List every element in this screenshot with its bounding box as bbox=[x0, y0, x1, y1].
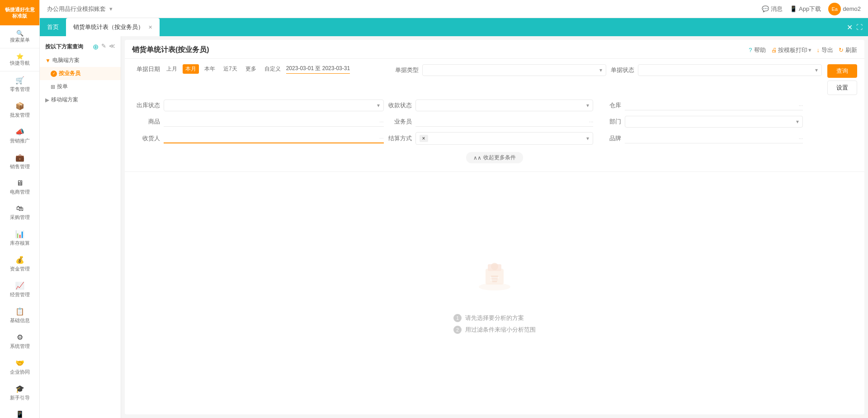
sidebar-search[interactable]: 🔍 搜索菜单 bbox=[0, 25, 39, 48]
date-btn-this-year[interactable]: 本年 bbox=[202, 64, 218, 74]
print-btn[interactable]: 🖨 按模板打印 ▾ bbox=[771, 46, 811, 54]
tab-sales-stat[interactable]: 销货单统计表（按业务员） ✕ bbox=[66, 18, 160, 36]
sidebar-item-finance[interactable]: 💰 资金管理 bbox=[0, 251, 39, 277]
date-btn-more[interactable]: 更多 bbox=[243, 64, 259, 74]
print-icon: 🖨 bbox=[771, 47, 777, 53]
collapse-up-icon: ∧∧ bbox=[473, 155, 481, 161]
sidebar-item-operation[interactable]: 📈 经营管理 bbox=[0, 277, 39, 303]
out-status-label: 出库状态 bbox=[132, 101, 164, 109]
sidebar-quick-nav[interactable]: ⭐ 快捷导航 bbox=[0, 48, 39, 71]
receiver-ellipsis: ··· bbox=[379, 135, 383, 141]
tree-expand-icon: ▼ bbox=[45, 57, 51, 64]
tab-home[interactable]: 首页 bbox=[40, 18, 66, 36]
tree-section-mobile[interactable]: ▶ 移动端方案 bbox=[40, 93, 121, 106]
sidebar-item-basic[interactable]: 📋 基础信息 bbox=[0, 303, 39, 328]
settings-btn[interactable]: 设置 bbox=[827, 81, 857, 95]
warehouse-input[interactable]: ··· bbox=[625, 101, 803, 110]
window-close-icon[interactable]: ✕ bbox=[847, 23, 853, 32]
purchase-icon: 🛍 bbox=[16, 204, 24, 213]
goods-input[interactable]: ··· bbox=[164, 117, 384, 127]
dept-label: 部门 bbox=[593, 118, 625, 126]
sidebar-item-appstore[interactable]: 📱 应用中心 bbox=[0, 406, 39, 418]
user-avatar: Ea bbox=[828, 3, 841, 15]
staff-input[interactable]: ··· bbox=[415, 117, 594, 127]
sidebar-item-retail[interactable]: 🛒 零售管理 bbox=[0, 71, 39, 97]
message-btn[interactable]: 💬 消息 bbox=[762, 5, 783, 13]
sidebar-item-newbie[interactable]: 🎓 新手引导 bbox=[0, 380, 39, 406]
staff-ellipsis: ··· bbox=[589, 119, 593, 124]
doc-status-arrow: ▾ bbox=[815, 67, 818, 73]
edit-scheme-icon[interactable]: ✎ bbox=[101, 43, 106, 51]
collapse-row: ∧∧ 收起更多条件 bbox=[132, 149, 857, 166]
date-btn-last-month[interactable]: 上月 bbox=[164, 64, 180, 74]
sidebar-item-sales[interactable]: 💼 销售管理 bbox=[0, 149, 39, 175]
ecommerce-icon: 🖥 bbox=[16, 179, 24, 187]
doc-type-select[interactable]: ▾ bbox=[422, 64, 606, 76]
tree-item-by-order[interactable]: ⊞ 按单 bbox=[40, 80, 121, 93]
left-panel: 按以下方案查询 ⊕ ✎ ≪ ▼ 电脑端方案 ✓ 按业务员 ⊞ 按单 bbox=[40, 36, 121, 418]
retail-icon: 🛒 bbox=[15, 76, 24, 85]
brand-ellipsis: ··· bbox=[799, 136, 803, 141]
left-panel-title: 按以下方案查询 bbox=[45, 43, 83, 51]
tree-section-desktop[interactable]: ▼ 电脑端方案 bbox=[40, 54, 121, 67]
tabbar: 首页 销货单统计表（按业务员） ✕ ✕ ⛶ bbox=[40, 18, 868, 36]
tip2-text: 用过滤条件来缩小分析范围 bbox=[465, 326, 536, 334]
export-btn[interactable]: ↓ 导出 bbox=[817, 46, 834, 54]
doc-type-arrow: ▾ bbox=[599, 67, 602, 73]
warehouse-ellipsis: ··· bbox=[799, 103, 803, 108]
date-btn-custom[interactable]: 自定义 bbox=[262, 64, 283, 74]
topbar-left: 办公用品行业模拟账套 ▾ bbox=[47, 5, 113, 13]
sidebar-item-wholesale[interactable]: 📦 批发管理 bbox=[0, 97, 39, 123]
user-area[interactable]: Ea demo2 bbox=[828, 3, 861, 15]
sidebar-item-ecommerce[interactable]: 🖥 电商管理 bbox=[0, 175, 39, 200]
message-icon: 💬 bbox=[762, 5, 769, 12]
tree-item-by-staff[interactable]: ✓ 按业务员 bbox=[40, 67, 121, 80]
collapse-panel-icon[interactable]: ≪ bbox=[109, 43, 115, 51]
sidebar-item-system[interactable]: ⚙ 系统管理 bbox=[0, 328, 39, 354]
print-dropdown-icon[interactable]: ▾ bbox=[808, 47, 811, 53]
page-title: 销货单统计表(按业务员) bbox=[132, 45, 209, 55]
pay-status-label: 收款状态 bbox=[384, 101, 415, 109]
date-btn-7days[interactable]: 近7天 bbox=[221, 64, 240, 74]
help-btn[interactable]: ? 帮助 bbox=[749, 46, 765, 54]
settlement-tag: × bbox=[420, 135, 428, 142]
dept-select[interactable]: ▾ bbox=[625, 116, 803, 128]
empty-state: 1 请先选择要分析的方案 2 用过滤条件来缩小分析范围 bbox=[125, 172, 864, 414]
empty-tip-2: 2 用过滤条件来缩小分析范围 bbox=[453, 326, 536, 334]
settlement-select[interactable]: × ▾ bbox=[415, 132, 594, 145]
query-buttons: 查询 设置 bbox=[827, 64, 857, 95]
date-range-display[interactable]: 2023-03-01 至 2023-03-31 bbox=[286, 65, 350, 74]
query-btn[interactable]: 查询 bbox=[827, 64, 857, 78]
refresh-btn[interactable]: ↻ 刷新 bbox=[839, 46, 857, 54]
app-download-btn[interactable]: 📱 App下载 bbox=[790, 5, 821, 13]
date-filter: 上月 本月 本年 近7天 更多 自定义 2023-03-01 至 2023-03… bbox=[164, 64, 391, 74]
basic-icon: 📋 bbox=[15, 307, 24, 316]
order-icon: ⊞ bbox=[51, 84, 55, 90]
left-panel-icons: ⊕ ✎ ≪ bbox=[93, 43, 115, 51]
logo[interactable]: 畅捷通好生意 标准版 bbox=[0, 0, 39, 25]
date-btn-this-month[interactable]: 本月 bbox=[183, 64, 199, 74]
collapse-btn[interactable]: ∧∧ 收起更多条件 bbox=[466, 152, 523, 163]
tree-collapsed-icon: ▶ bbox=[45, 97, 49, 103]
right-panel: 销货单统计表(按业务员) ? 帮助 🖨 按模板打印 ▾ ↓ 导出 bbox=[125, 40, 864, 414]
brand-input[interactable]: ··· bbox=[625, 134, 803, 143]
topbar-dropdown-icon[interactable]: ▾ bbox=[109, 5, 113, 12]
staff-label: 业务员 bbox=[384, 118, 415, 126]
sidebar-item-enterprise[interactable]: 🤝 企业协同 bbox=[0, 354, 39, 380]
doc-status-select[interactable]: ▾ bbox=[638, 64, 822, 76]
sidebar-item-marketing[interactable]: 📣 营销推广 bbox=[0, 123, 39, 149]
window-expand-icon[interactable]: ⛶ bbox=[856, 24, 863, 31]
sidebar-item-inventory[interactable]: 📊 库存核算 bbox=[0, 225, 39, 251]
goods-ellipsis: ··· bbox=[379, 119, 383, 124]
nav-icon: ⭐ bbox=[2, 53, 38, 60]
add-scheme-icon[interactable]: ⊕ bbox=[93, 43, 99, 51]
empty-tips: 1 请先选择要分析的方案 2 用过滤条件来缩小分析范围 bbox=[453, 314, 536, 334]
out-status-select[interactable]: ▾ bbox=[164, 100, 384, 111]
receiver-input[interactable]: ··· bbox=[164, 133, 384, 143]
sidebar-item-purchase[interactable]: 🛍 采购管理 bbox=[0, 200, 39, 225]
pay-status-select[interactable]: ▾ bbox=[415, 100, 594, 111]
sidebar-menu: 🛒 零售管理 📦 批发管理 📣 营销推广 💼 销售管理 🖥 电商管理 🛍 采购管… bbox=[0, 71, 39, 418]
empty-tip-1: 1 请先选择要分析的方案 bbox=[453, 314, 536, 322]
tab-close-icon[interactable]: ✕ bbox=[148, 24, 152, 30]
receiver-label: 收货人 bbox=[132, 134, 164, 142]
